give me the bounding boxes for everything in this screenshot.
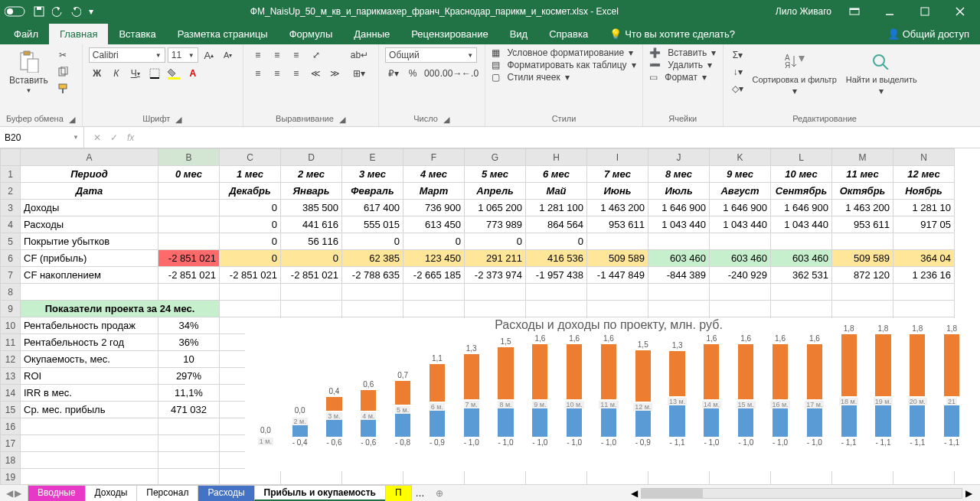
cell[interactable]: 1 043 440 bbox=[648, 216, 710, 233]
cell[interactable] bbox=[21, 469, 158, 485]
cell[interactable]: 509 589 bbox=[587, 250, 648, 267]
select-all[interactable] bbox=[1, 149, 21, 166]
cell[interactable]: 0 bbox=[342, 233, 403, 250]
cell[interactable]: 509 589 bbox=[832, 250, 893, 267]
cell[interactable] bbox=[832, 284, 893, 301]
cell[interactable]: ROI bbox=[21, 368, 158, 385]
cell[interactable]: 5 мес bbox=[465, 166, 526, 183]
increase-decimal-icon[interactable]: .00→ bbox=[443, 66, 459, 81]
cell[interactable] bbox=[893, 301, 955, 317]
cell[interactable]: 1 646 900 bbox=[648, 200, 710, 216]
cell[interactable] bbox=[21, 435, 158, 452]
conditional-formatting-button[interactable]: ▦ Условное форматирование ▾ bbox=[492, 47, 633, 58]
cell[interactable]: 1 043 440 bbox=[710, 216, 771, 233]
format-painter-icon[interactable] bbox=[54, 81, 71, 96]
tab-Главная[interactable]: Главная bbox=[49, 24, 108, 44]
redo-icon[interactable] bbox=[70, 6, 81, 17]
cell[interactable]: -1 957 438 bbox=[526, 267, 587, 284]
number-format-combo[interactable]: Общий▼ bbox=[385, 47, 477, 63]
cell[interactable] bbox=[342, 284, 403, 301]
cell[interactable]: 0 bbox=[220, 250, 281, 267]
row-header[interactable]: 7 bbox=[1, 267, 21, 284]
dialog-launcher-icon[interactable]: ◢ bbox=[68, 115, 76, 122]
cell[interactable]: 1 236 16 bbox=[893, 267, 955, 284]
cell[interactable]: Окупаемость, мес. bbox=[21, 351, 158, 368]
align-middle-icon[interactable]: ≡ bbox=[269, 47, 286, 63]
col-header[interactable]: K bbox=[710, 149, 771, 166]
delete-cells-button[interactable]: ➖ Удалить ▾ bbox=[649, 60, 713, 70]
cell[interactable]: 0 bbox=[281, 250, 342, 267]
cell[interactable]: -2 373 974 bbox=[465, 267, 526, 284]
cell[interactable] bbox=[281, 284, 342, 301]
cell[interactable]: 1 281 10 bbox=[893, 200, 955, 216]
cell[interactable]: 471 032 bbox=[158, 402, 220, 418]
tab-Вид[interactable]: Вид bbox=[499, 24, 539, 44]
cell[interactable]: CF (прибыль) bbox=[21, 250, 158, 267]
tab-Вставка[interactable]: Вставка bbox=[108, 24, 166, 44]
cell[interactable]: 0 bbox=[526, 233, 587, 250]
row-header[interactable]: 10 bbox=[1, 317, 21, 334]
fill-color-icon[interactable] bbox=[165, 66, 182, 81]
cell[interactable]: Март bbox=[403, 183, 465, 200]
cell[interactable]: Ср. мес. прибыль bbox=[21, 402, 158, 418]
cell[interactable]: 4 мес bbox=[403, 166, 465, 183]
cell[interactable] bbox=[158, 284, 220, 301]
cell[interactable]: 953 611 bbox=[587, 216, 648, 233]
enter-formula-icon[interactable]: ✓ bbox=[110, 132, 118, 143]
col-header[interactable]: E bbox=[342, 149, 403, 166]
cell[interactable]: 1 646 900 bbox=[710, 200, 771, 216]
autosum-icon[interactable]: Σ▾ bbox=[730, 47, 746, 63]
cell[interactable] bbox=[832, 301, 893, 317]
cell[interactable] bbox=[158, 233, 220, 250]
cell[interactable]: Апрель bbox=[465, 183, 526, 200]
format-cells-button[interactable]: ▭ Формат ▾ bbox=[649, 72, 707, 83]
cell[interactable] bbox=[158, 469, 220, 485]
col-header[interactable]: G bbox=[465, 149, 526, 166]
col-header[interactable]: H bbox=[526, 149, 587, 166]
cell[interactable]: 12 мес bbox=[893, 166, 955, 183]
align-top-icon[interactable]: ≡ bbox=[250, 47, 266, 63]
cell[interactable]: 1 463 200 bbox=[832, 200, 893, 216]
cell[interactable] bbox=[158, 418, 220, 435]
row-header[interactable]: 19 bbox=[1, 469, 21, 485]
cell[interactable]: 62 385 bbox=[342, 250, 403, 267]
cell[interactable]: -2 851 021 bbox=[281, 267, 342, 284]
cell[interactable]: 364 04 bbox=[893, 250, 955, 267]
cell[interactable] bbox=[403, 301, 465, 317]
sheet-tab[interactable]: Вводные bbox=[28, 485, 86, 501]
cell[interactable]: 34% bbox=[158, 317, 220, 334]
cell[interactable]: 603 460 bbox=[710, 250, 771, 267]
cell[interactable] bbox=[21, 452, 158, 469]
border-icon[interactable] bbox=[146, 66, 163, 81]
cell[interactable] bbox=[158, 452, 220, 469]
cell[interactable]: Ноябрь bbox=[893, 183, 955, 200]
cell[interactable] bbox=[648, 233, 710, 250]
cell[interactable]: 0 bbox=[403, 233, 465, 250]
row-header[interactable]: 17 bbox=[1, 435, 21, 452]
share-button[interactable]: 👤 Общий доступ bbox=[877, 24, 980, 44]
cell[interactable]: 603 460 bbox=[648, 250, 710, 267]
chart[interactable]: Расходы и доходы по проекту, млн. руб. 0… bbox=[245, 318, 972, 471]
cell[interactable] bbox=[587, 284, 648, 301]
user-name[interactable]: Лило Живаго bbox=[776, 6, 831, 17]
row-header[interactable]: 9 bbox=[1, 301, 21, 317]
cell[interactable] bbox=[403, 284, 465, 301]
ribbon-options-icon[interactable] bbox=[839, 2, 870, 21]
col-header[interactable]: F bbox=[403, 149, 465, 166]
cell[interactable] bbox=[158, 216, 220, 233]
row-header[interactable]: 1 bbox=[1, 166, 21, 183]
cell[interactable]: Июнь bbox=[587, 183, 648, 200]
align-center-icon[interactable]: ≡ bbox=[269, 66, 286, 81]
cell[interactable]: Сентябрь bbox=[771, 183, 832, 200]
horizontal-scrollbar[interactable] bbox=[641, 488, 962, 499]
cell[interactable] bbox=[342, 301, 403, 317]
italic-button[interactable]: К bbox=[108, 66, 125, 81]
cell[interactable] bbox=[648, 284, 710, 301]
cell[interactable] bbox=[465, 301, 526, 317]
cell[interactable]: 11 мес bbox=[832, 166, 893, 183]
cell[interactable]: 613 450 bbox=[403, 216, 465, 233]
cell[interactable]: Покрытие убытков bbox=[21, 233, 158, 250]
cell[interactable]: -1 447 849 bbox=[587, 267, 648, 284]
cell[interactable]: 0 bbox=[220, 233, 281, 250]
cell[interactable]: Рентабельность 2 год bbox=[21, 334, 158, 351]
